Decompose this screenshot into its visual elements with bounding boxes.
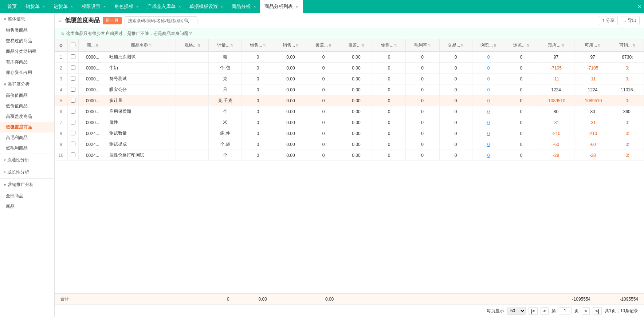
row-browse1[interactable]: 0 (472, 52, 505, 63)
col-cover2[interactable]: 覆盖...⇅ (340, 39, 373, 52)
sidebar-item-stock-fund[interactable]: 库存资金占用 (0, 67, 54, 78)
row-checkbox[interactable] (71, 120, 75, 124)
search-icon[interactable]: 🔍 (184, 18, 189, 23)
nav-permission[interactable]: 权限设置 × (77, 0, 110, 13)
nav-purchase-close[interactable]: × (71, 4, 73, 9)
col-unit[interactable]: 计量...⇅ (209, 39, 242, 52)
col-sale-amt[interactable]: 销售...⇅ (274, 39, 307, 52)
nav-purchase[interactable]: 进货单 × (49, 0, 77, 13)
row-saleable: 0: (611, 117, 644, 128)
last-page-btn[interactable]: >| (593, 307, 602, 315)
row-checkbox[interactable] (71, 76, 75, 81)
row-checkbox[interactable] (71, 152, 75, 157)
row-checkbox[interactable] (71, 65, 75, 70)
col-sale-qty[interactable]: 销售...⇅ (242, 39, 274, 52)
sidebar-item-low-value[interactable]: 低价值商品 (0, 101, 54, 111)
sidebar-item-high-coverage[interactable]: 高覆盖度商品 (0, 111, 54, 122)
sidebar-section-group-header[interactable]: ∨ 类群度分析 (0, 78, 54, 90)
nav-goods-list-close[interactable]: × (296, 4, 298, 9)
col-gross[interactable]: 毛利率⇅ (405, 39, 439, 52)
footer-available: -1095554 (620, 297, 638, 302)
sidebar-section-marketing-header[interactable]: ∨ 营销推广分析 (0, 179, 54, 191)
content-header: « 低覆盖度商品 近一月 🔍 ⤴ 分享 ↓ 导出 (55, 13, 644, 28)
sidebar-item-new-goods[interactable]: 新品 (0, 201, 54, 212)
row-num: 8 (55, 128, 67, 139)
overall-arrow: ∨ (4, 17, 6, 21)
col-spec[interactable]: 规格...⇅ (176, 39, 209, 52)
nav-goods-analysis-close[interactable]: × (254, 4, 256, 9)
col-checkbox-all[interactable] (67, 39, 78, 52)
row-browse1[interactable]: 0 (472, 84, 505, 95)
col-trade[interactable]: 交易...⇅ (439, 39, 472, 52)
col-code[interactable]: 商...⇅ (78, 39, 107, 52)
col-sale3[interactable]: 销售...⇅ (373, 39, 405, 52)
nav-role-close[interactable]: × (136, 4, 138, 9)
sidebar-section-overall-header[interactable]: ∨ 整体信息 (0, 13, 54, 25)
sidebar-section-growth-header[interactable]: > 成长性分析 (0, 166, 54, 178)
nav-goods-analysis[interactable]: 商品分析 × (227, 0, 260, 13)
row-checkbox[interactable] (71, 142, 75, 146)
row-browse1[interactable]: 0 (472, 74, 505, 84)
col-current[interactable]: 现有...⇅ (538, 39, 574, 52)
table-row: 2 0000... 牛奶 个,包 0 0.00 0 0.00 0 0 0 0 0… (55, 63, 644, 74)
sidebar-item-high-gross[interactable]: 高毛利商品 (0, 132, 54, 143)
row-code: 0000... (78, 84, 107, 95)
row-checkbox[interactable] (71, 98, 75, 103)
row-browse1[interactable]: 0 (472, 139, 505, 150)
row-browse1[interactable]: 0 (472, 95, 505, 106)
export-btn[interactable]: ↓ 导出 (621, 16, 640, 25)
sidebar-item-in-stock[interactable]: 有库存商品 (0, 57, 54, 67)
row-checkbox[interactable] (71, 54, 75, 59)
sidebar-item-low-coverage[interactable]: 低覆盖度商品 (0, 122, 54, 132)
col-cover1[interactable]: 覆盖...⇅ (307, 39, 340, 52)
row-gross: 0 (405, 95, 439, 106)
page-input[interactable] (559, 307, 572, 314)
page-size-select[interactable]: 50 100 200 (507, 307, 526, 315)
sidebar-collapse-btn[interactable]: « (59, 18, 62, 24)
col-saleable[interactable]: 可销...⇅ (611, 39, 644, 52)
search-input[interactable] (128, 18, 182, 23)
nav-template-close[interactable]: × (221, 4, 223, 9)
nav-home[interactable]: 首页 (3, 0, 21, 13)
sidebar-section-flow-header[interactable]: > 流通性分析 (0, 154, 54, 166)
col-settings[interactable]: ⚙ (55, 39, 67, 52)
row-checkbox[interactable] (71, 109, 75, 114)
next-page-btn[interactable]: > (582, 307, 590, 315)
row-name: 多计量 (107, 95, 176, 106)
nav-goods-list[interactable]: 商品分析列表 × (260, 0, 302, 13)
nav-role[interactable]: 角色授权 × (110, 0, 143, 13)
sidebar-item-high-value[interactable]: 高价值商品 (0, 90, 54, 101)
nav-permission-close[interactable]: × (103, 4, 106, 9)
nav-sales[interactable]: 销货单 × (21, 0, 49, 13)
time-tag-btn[interactable]: 近一月 (103, 17, 122, 24)
row-browse1[interactable]: 0 (472, 106, 505, 117)
row-checkbox-cell (67, 150, 78, 161)
sidebar-item-traded-goods[interactable]: 交易过的商品 (0, 36, 54, 46)
nav-product-in[interactable]: 产成品入库单 × (143, 0, 185, 13)
prev-page-btn[interactable]: < (541, 307, 549, 315)
col-name[interactable]: 商品名称⇅ (107, 39, 176, 52)
row-browse2: 0 (505, 106, 538, 117)
sidebar-item-category-rate[interactable]: 商品分类动销率 (0, 46, 54, 57)
row-browse1[interactable]: 0 (472, 117, 505, 128)
nav-template[interactable]: 单据模板设置 × (185, 0, 227, 13)
col-browse1[interactable]: 浏览...⇅ (472, 39, 505, 52)
row-checkbox[interactable] (71, 87, 75, 92)
sidebar-item-all-goods[interactable]: 全部商品 (0, 191, 54, 201)
row-num: 7 (55, 117, 67, 128)
row-checkbox[interactable] (71, 131, 75, 135)
share-btn[interactable]: ⤴ 分享 (599, 16, 618, 25)
first-page-btn[interactable]: |< (529, 307, 538, 315)
nav-product-in-close[interactable]: × (178, 4, 181, 9)
sidebar-item-low-gross[interactable]: 低毛利商品 (0, 143, 54, 154)
window-close-btn[interactable]: × (638, 3, 641, 10)
row-current: -1089510 (538, 95, 574, 106)
row-browse1[interactable]: 0 (472, 63, 505, 74)
nav-sales-close[interactable]: × (43, 4, 45, 9)
sidebar-item-sales-goods[interactable]: 销售类商品 (0, 25, 54, 36)
row-browse1[interactable]: 0 (472, 128, 505, 139)
row-browse1[interactable]: 0 (472, 150, 505, 161)
select-all-checkbox[interactable] (71, 43, 75, 47)
col-browse2[interactable]: 浏览...⇅ (505, 39, 538, 52)
col-available[interactable]: 可用...⇅ (574, 39, 611, 52)
